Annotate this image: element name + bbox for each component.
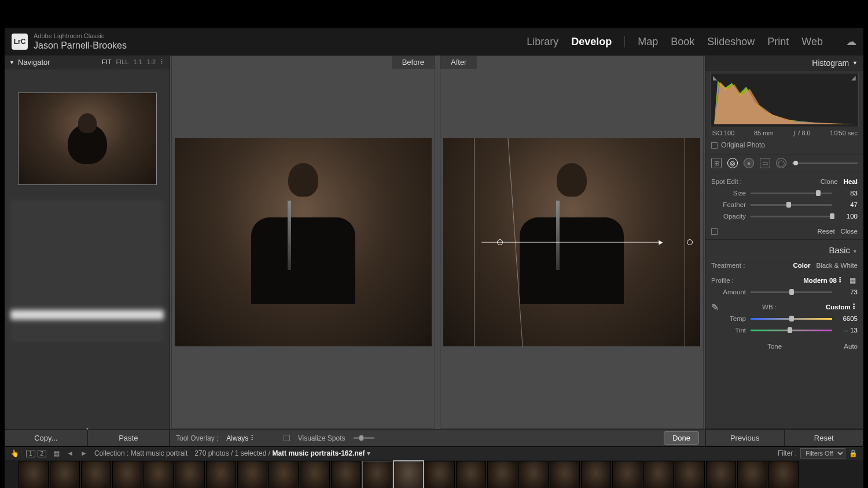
done-button[interactable]: Done [664,431,699,445]
cloud-sync-icon[interactable]: ☁ [846,35,856,48]
nav-back-icon[interactable]: ◄ [67,449,73,457]
identity-plate[interactable]: Jason Parnell-Brookes [34,40,127,51]
wb-dropdown[interactable]: Custom ⠇ [826,303,858,311]
clone-button[interactable]: Clone [821,178,838,185]
spot-removal-tool-icon[interactable]: ◎ [727,158,738,168]
monitor-selector[interactable]: 1 2 [26,450,46,457]
disclosure-triangle-icon[interactable]: ▼ [9,60,14,65]
histogram-header[interactable]: Histogram ▼ [705,56,863,71]
feather-slider[interactable] [751,204,832,206]
size-slider[interactable] [751,193,832,194]
spot-edit-source-pin[interactable] [497,239,503,245]
profile-dropdown[interactable]: Modern 08 ⠇ [803,276,844,284]
brush-size-slider[interactable] [792,162,858,164]
amount-value[interactable]: 73 [837,289,858,295]
module-slideshow[interactable]: Slideshow [707,36,755,48]
original-photo-checkbox[interactable] [711,142,718,149]
grid-view-icon[interactable]: ▦ [53,449,60,457]
collection-label: Collection : [94,449,128,457]
profile-browser-icon[interactable]: ▦ [849,276,858,284]
treatment-label: Treatment : [711,262,745,269]
app-logo: LrC [12,34,28,50]
navigator-preview[interactable] [18,93,157,185]
selected-thumbnail[interactable] [393,461,424,488]
spot-sync-checkbox[interactable] [711,228,718,235]
module-picker: Library Develop Map Book Slideshow Print… [527,35,856,48]
panel-grip-icon[interactable]: ▾ [86,426,89,431]
module-book[interactable]: Book [671,36,694,48]
heal-button[interactable]: Heal [844,178,858,185]
amount-slider[interactable] [751,291,832,293]
navigator-header[interactable]: ▼ Navigator FIT FILL 1:1 1:2 ⠇ [5,56,170,69]
visualize-spots-checkbox[interactable] [284,435,290,441]
redeye-tool-icon[interactable]: ● [744,158,754,168]
copy-button[interactable]: Copy... [5,430,87,446]
brand-block: Adobe Lightroom Classic Jason Parnell-Br… [34,32,127,51]
spot-edit-link-icon[interactable] [481,242,661,243]
histogram-graph[interactable]: ◣ ◢ [710,73,859,127]
radial-filter-icon[interactable]: ◯ [776,158,786,168]
zoom-more-icon[interactable]: ⠇ [160,58,165,66]
paste-button[interactable]: Paste [87,430,170,446]
auto-tone-button[interactable]: Auto [844,343,858,350]
visualize-spots-slider[interactable] [354,437,374,439]
collection-name[interactable]: Matt music portrait [131,449,188,457]
shadow-clipping-icon[interactable]: ◣ [713,75,718,81]
tool-overlay-dropdown[interactable]: Always ⠇ [226,434,255,442]
spot-edit-target-pin[interactable] [687,239,693,245]
module-map[interactable]: Map [638,36,658,48]
spot-edit-label: Spot Edit : [711,178,742,185]
temp-value[interactable]: 6605 [837,315,858,322]
monitor-2[interactable]: 2 [38,450,47,457]
basic-panel-title[interactable]: Basic▼ [711,243,858,257]
crop-tool-icon[interactable]: ⊞ [711,158,722,168]
filter-dropdown[interactable]: Filters Off [800,448,845,459]
spot-reset-button[interactable]: Reset [818,228,835,235]
feather-value[interactable]: 47 [837,201,858,208]
secondary-display-icon[interactable]: 👆 [10,449,19,457]
reset-button[interactable]: Reset [785,430,864,446]
opacity-value[interactable]: 100 [837,213,858,220]
tint-value[interactable]: – 13 [837,327,858,334]
zoom-fill[interactable]: FILL [116,58,128,66]
zoom-fit[interactable]: FIT [102,58,112,66]
tint-slider[interactable] [751,330,832,331]
treatment-bw[interactable]: Black & White [816,262,858,269]
filter-lock-icon[interactable]: 🔒 [849,449,858,457]
zoom-1-1[interactable]: 1:1 [133,58,142,66]
after-label: After [440,56,477,69]
monitor-1[interactable]: 1 [26,450,35,457]
previous-button[interactable]: Previous [705,430,785,446]
temp-slider[interactable] [751,318,832,320]
disclosure-triangle-icon[interactable]: ▼ [852,60,858,66]
eyedropper-icon[interactable]: ✎ [711,302,719,313]
before-after-compare: Before After [170,56,705,429]
module-develop[interactable]: Develop [571,36,612,48]
filmstrip-thumbnails[interactable] [5,460,863,488]
left-panel: ▼ Navigator FIT FILL 1:1 1:2 ⠇ [5,56,170,446]
collections-list[interactable] [5,197,170,429]
graduated-filter-icon[interactable]: ▭ [760,158,770,168]
opacity-slider[interactable] [751,216,832,217]
treatment-color[interactable]: Color [793,262,810,269]
after-pane[interactable]: After [440,56,704,429]
before-pane[interactable]: Before [171,56,435,429]
navigator-zoom: FIT FILL 1:1 1:2 ⠇ [102,58,165,66]
spot-close-button[interactable]: Close [841,228,858,235]
before-label: Before [392,56,435,69]
original-photo-row[interactable]: Original Photo [705,139,863,154]
nav-forward-icon[interactable]: ► [80,449,87,457]
current-filename: Matt music portraits-162.nef [272,449,365,457]
highlight-clipping-icon[interactable]: ◢ [851,75,856,81]
tool-strip: ⊞ ◎ ● ▭ ◯ [705,154,863,172]
selected-count: 1 selected [235,449,267,457]
tool-overlay-label: Tool Overlay : [176,434,218,442]
size-value[interactable]: 83 [837,190,858,197]
module-library[interactable]: Library [527,36,558,48]
module-print[interactable]: Print [767,36,789,48]
right-button-row: Previous Reset [705,429,863,446]
zoom-1-2[interactable]: 1:2 [147,58,156,66]
filter-label: Filter : [778,449,797,457]
develop-toolbar: Tool Overlay : Always ⠇ Visualize Spots … [170,429,705,446]
module-web[interactable]: Web [801,36,823,48]
